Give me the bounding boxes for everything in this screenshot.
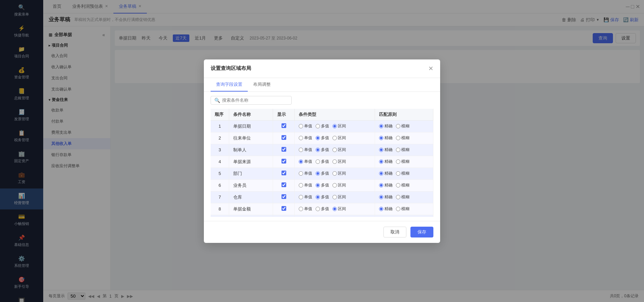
modal-tab-field-settings[interactable]: 查询字段设置 xyxy=(211,78,248,92)
radio-range-input[interactable] xyxy=(332,148,337,152)
radio-range-input[interactable] xyxy=(332,159,337,164)
show-checkbox[interactable] xyxy=(281,171,286,175)
radio-single-input[interactable] xyxy=(299,171,303,176)
radio-multi-input[interactable] xyxy=(316,124,320,128)
radio-match-fuzzy[interactable]: 模糊 xyxy=(396,206,409,212)
radio-type-single[interactable]: 单值 xyxy=(299,123,312,129)
radio-type-multi[interactable]: 多值 xyxy=(316,135,329,141)
radio-type-single[interactable]: 单值 xyxy=(299,182,312,188)
radio-single-input[interactable] xyxy=(299,207,303,211)
config-table-row: 4单据来源单值多值区间精确模糊 xyxy=(211,156,433,168)
radio-multi-input[interactable] xyxy=(316,195,320,199)
modal-close-button[interactable]: ✕ xyxy=(428,65,433,72)
radio-match-exact-input[interactable] xyxy=(379,124,383,128)
radio-match-exact-input[interactable] xyxy=(379,195,383,199)
radio-range-input[interactable] xyxy=(332,183,337,187)
cell-type: 单值多值区间 xyxy=(295,203,375,215)
show-checkbox[interactable] xyxy=(281,147,286,152)
radio-match-exact[interactable]: 精确 xyxy=(379,123,393,129)
radio-match-exact[interactable]: 精确 xyxy=(379,206,393,212)
show-checkbox[interactable] xyxy=(281,135,286,140)
radio-type-range[interactable]: 区间 xyxy=(332,123,346,129)
radio-match-fuzzy-input[interactable] xyxy=(396,136,400,140)
radio-type-single[interactable]: 单值 xyxy=(299,147,312,153)
radio-match-fuzzy[interactable]: 模糊 xyxy=(396,182,409,188)
show-checkbox[interactable] xyxy=(281,123,286,128)
radio-match-fuzzy-input[interactable] xyxy=(396,183,400,187)
radio-single-input[interactable] xyxy=(299,159,303,164)
radio-type-single[interactable]: 单值 xyxy=(299,135,312,141)
modal-save-button[interactable]: 保存 xyxy=(410,227,433,237)
radio-multi-input[interactable] xyxy=(316,136,320,140)
radio-type-range[interactable]: 区间 xyxy=(332,206,346,212)
show-checkbox[interactable] xyxy=(281,159,286,163)
radio-type-range[interactable]: 区间 xyxy=(332,135,346,141)
radio-type-range[interactable]: 区间 xyxy=(332,159,346,165)
radio-match-exact[interactable]: 精确 xyxy=(379,147,393,153)
radio-match-exact[interactable]: 精确 xyxy=(379,159,393,165)
modal-search-input[interactable] xyxy=(222,98,288,103)
modal-table-scroll[interactable]: 顺序 条件名称 显示 条件类型 匹配原则 1单据日期单值多值区间精确模糊2往来单… xyxy=(211,109,433,217)
radio-multi-input[interactable] xyxy=(316,183,320,187)
radio-single-input[interactable] xyxy=(299,124,303,128)
radio-match-exact-input[interactable] xyxy=(379,159,383,164)
radio-multi-input[interactable] xyxy=(316,159,320,164)
radio-type-single[interactable]: 单值 xyxy=(299,194,312,200)
radio-range-input[interactable] xyxy=(332,195,337,199)
radio-match-fuzzy[interactable]: 模糊 xyxy=(396,159,409,165)
radio-single-input[interactable] xyxy=(299,148,303,152)
radio-match-exact-input[interactable] xyxy=(379,171,383,176)
radio-type-multi[interactable]: 多值 xyxy=(316,123,329,129)
radio-multi-input[interactable] xyxy=(316,148,320,152)
radio-single-input[interactable] xyxy=(299,195,303,199)
radio-type-multi[interactable]: 多值 xyxy=(316,206,329,212)
radio-range-input[interactable] xyxy=(332,124,337,128)
radio-match-fuzzy[interactable]: 模糊 xyxy=(396,147,409,153)
radio-match-exact-input[interactable] xyxy=(379,136,383,140)
radio-single-input[interactable] xyxy=(299,183,303,187)
show-checkbox[interactable] xyxy=(281,194,286,199)
radio-match-exact-input[interactable] xyxy=(379,183,383,187)
cell-match: 精确模糊 xyxy=(375,120,433,132)
cell-show xyxy=(273,144,295,156)
radio-match-exact[interactable]: 精确 xyxy=(379,194,393,200)
radio-match-fuzzy[interactable]: 模糊 xyxy=(396,135,409,141)
radio-type-range[interactable]: 区间 xyxy=(332,171,346,176)
radio-range-input[interactable] xyxy=(332,171,337,176)
radio-match-exact[interactable]: 精确 xyxy=(379,171,393,176)
radio-type-range[interactable]: 区间 xyxy=(332,147,346,153)
cell-show xyxy=(273,179,295,191)
radio-multi-input[interactable] xyxy=(316,171,320,176)
radio-multi-input[interactable] xyxy=(316,207,320,211)
radio-type-multi[interactable]: 多值 xyxy=(316,194,329,200)
radio-match-fuzzy-input[interactable] xyxy=(396,195,400,199)
radio-match-fuzzy[interactable]: 模糊 xyxy=(396,123,409,129)
radio-match-fuzzy-input[interactable] xyxy=(396,207,400,211)
show-checkbox[interactable] xyxy=(281,206,286,211)
radio-type-single[interactable]: 单值 xyxy=(299,159,312,165)
radio-match-exact[interactable]: 精确 xyxy=(379,135,393,141)
modal-tab-layout-adjust[interactable]: 布局调整 xyxy=(248,78,276,92)
modal-cancel-button[interactable]: 取消 xyxy=(383,227,406,237)
radio-type-range[interactable]: 区间 xyxy=(332,182,346,188)
radio-type-single[interactable]: 单值 xyxy=(299,206,312,212)
radio-match-fuzzy-input[interactable] xyxy=(396,159,400,164)
radio-match-fuzzy-input[interactable] xyxy=(396,148,400,152)
radio-match-fuzzy-input[interactable] xyxy=(396,124,400,128)
radio-match-exact-input[interactable] xyxy=(379,148,383,152)
radio-match-exact-input[interactable] xyxy=(379,207,383,211)
show-checkbox[interactable] xyxy=(281,182,286,187)
radio-range-input[interactable] xyxy=(332,207,337,211)
radio-type-range[interactable]: 区间 xyxy=(332,194,346,200)
radio-type-multi[interactable]: 多值 xyxy=(316,147,329,153)
radio-type-multi[interactable]: 多值 xyxy=(316,159,329,165)
radio-single-input[interactable] xyxy=(299,136,303,140)
radio-match-exact[interactable]: 精确 xyxy=(379,182,393,188)
radio-type-multi[interactable]: 多值 xyxy=(316,182,329,188)
radio-match-fuzzy[interactable]: 模糊 xyxy=(396,171,409,176)
radio-type-single[interactable]: 单值 xyxy=(299,171,312,176)
radio-type-multi[interactable]: 多值 xyxy=(316,171,329,176)
radio-match-fuzzy[interactable]: 模糊 xyxy=(396,194,409,200)
radio-range-input[interactable] xyxy=(332,136,337,140)
radio-match-fuzzy-input[interactable] xyxy=(396,171,400,176)
